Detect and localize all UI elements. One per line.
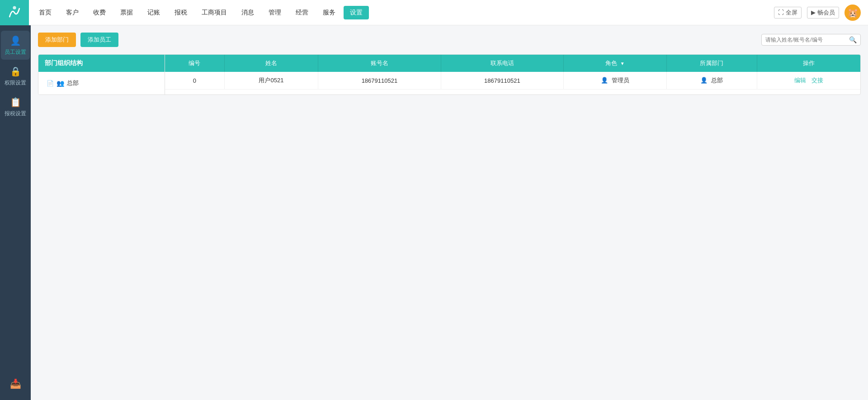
col-id: 编号 [165,55,224,72]
nav-items: 首页 客户 收费 票据 记账 报税 工商项目 消息 管理 经营 服务 设置 [33,6,774,19]
cell-account: 18679110521 [318,72,441,89]
dept-tree: 部门组织结构 📄 👥 总部 [38,55,165,94]
edit-link[interactable]: 编辑 [794,77,806,84]
nav-manage[interactable]: 管理 [262,6,288,19]
fullscreen-button[interactable]: ⛶ 全屏 [774,7,802,19]
nav-settings[interactable]: 设置 [344,6,369,19]
role-filter-icon[interactable]: ▼ [620,61,625,66]
employee-icon: 👤 [10,35,21,46]
toolbar: 添加部门 添加员工 🔍 [38,33,861,47]
cell-name: 用户0521 [224,72,318,89]
sidebar-label-employee: 员工设置 [5,48,26,56]
nav-customer[interactable]: 客户 [60,6,85,19]
member-icon: ▶ [811,9,816,16]
nav-business[interactable]: 工商项目 [195,6,233,19]
nav-tax[interactable]: 报税 [168,6,193,19]
nav-charge[interactable]: 收费 [87,6,112,19]
member-label: 畅会员 [817,9,835,17]
dept-item-general[interactable]: 📄 👥 总部 [43,76,160,90]
cell-actions: 编辑 交接 [757,72,860,89]
transfer-link[interactable]: 交接 [811,77,823,84]
dept-tree-header: 部门组织结构 [38,55,165,72]
nav-operation[interactable]: 经营 [289,6,315,19]
sidebar: 👤 员工设置 🔒 权限设置 📋 报税设置 📥 [0,25,31,400]
cell-role: 👤 管理员 [564,72,667,89]
search-box: 🔍 [761,34,861,46]
cell-phone: 18679110521 [441,72,563,89]
col-actions: 操作 [757,55,860,72]
table-row: 0 用户0521 18679110521 18679110521 👤 管理员 👤… [165,72,860,89]
fullscreen-icon: ⛶ [778,9,784,16]
download-icon: 📥 [10,378,21,389]
nav-home[interactable]: 首页 [33,6,58,19]
col-account: 账号名 [318,55,441,72]
nav-service[interactable]: 服务 [316,6,342,19]
tax-settings-icon: 📋 [10,97,21,108]
search-icon[interactable]: 🔍 [849,36,857,43]
sidebar-download-button[interactable]: 📥 [1,374,30,393]
nav-message[interactable]: 消息 [235,6,260,19]
sidebar-item-permission[interactable]: 🔒 权限设置 [1,61,30,90]
dept-tree-body: 📄 👥 总部 [38,72,165,94]
sidebar-item-employee[interactable]: 👤 员工设置 [1,31,30,60]
col-role: 角色 ▼ [564,55,667,72]
logo[interactable] [0,0,29,25]
main-content: 添加部门 添加员工 🔍 部门组织结构 📄 👥 总部 [31,25,868,400]
dept-person-icon: 👤 [700,77,708,84]
content-area: 部门组织结构 📄 👥 总部 编号 姓名 账号名 [38,54,861,95]
col-name: 姓名 [224,55,318,72]
sidebar-label-permission: 权限设置 [5,79,26,87]
role-person-icon: 👤 [601,77,608,84]
employee-data-table: 编号 姓名 账号名 联系电话 角色 ▼ 所属部门 操作 [165,55,860,89]
cell-id: 0 [165,72,224,89]
main-layout: 👤 员工设置 🔒 权限设置 📋 报税设置 📥 添加部门 添加员工 🔍 [0,25,868,400]
cell-dept: 👤 总部 [666,72,757,89]
dept-name-general: 总部 [67,79,79,87]
sidebar-item-tax-settings[interactable]: 📋 报税设置 [1,92,30,121]
search-input[interactable] [765,37,849,43]
sidebar-bottom: 📥 [1,374,30,393]
avatar[interactable]: 🐹 [844,5,861,21]
svg-point-0 [13,6,16,9]
col-dept: 所属部门 [666,55,757,72]
dept-person-icon: 👥 [57,80,64,87]
top-nav-right: ⛶ 全屏 ▶ 畅会员 🐹 [774,5,861,21]
sidebar-label-tax: 报税设置 [5,110,26,118]
member-button[interactable]: ▶ 畅会员 [807,7,839,19]
employee-table: 编号 姓名 账号名 联系电话 角色 ▼ 所属部门 操作 [165,55,860,94]
top-navigation: 首页 客户 收费 票据 记账 报税 工商项目 消息 管理 经营 服务 设置 ⛶ … [0,0,868,25]
col-phone: 联系电话 [441,55,563,72]
add-employee-button[interactable]: 添加员工 [80,33,118,47]
doc-icon: 📄 [47,80,54,87]
nav-ticket[interactable]: 票据 [114,6,139,19]
fullscreen-label: 全屏 [786,9,797,17]
add-dept-button[interactable]: 添加部门 [38,33,76,47]
table-header-row: 编号 姓名 账号名 联系电话 角色 ▼ 所属部门 操作 [165,55,860,72]
nav-accounting[interactable]: 记账 [141,6,166,19]
permission-icon: 🔒 [10,66,21,77]
